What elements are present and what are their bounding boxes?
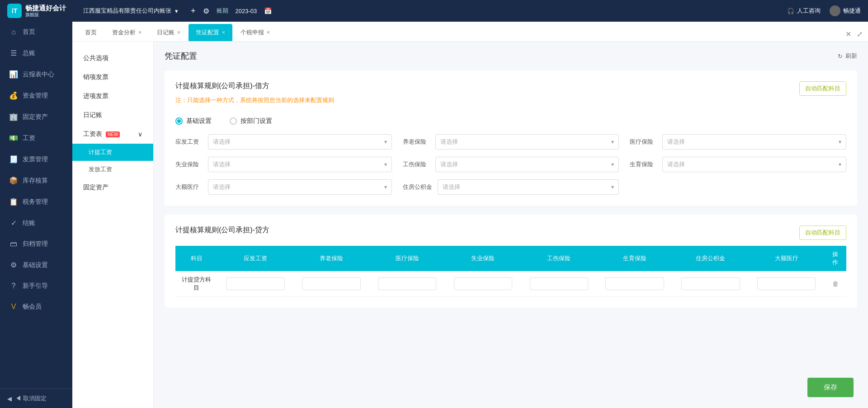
delete-row-button[interactable]: 🗑 <box>832 280 839 287</box>
input-injury[interactable] <box>530 277 588 290</box>
close-tax-tab[interactable]: × <box>267 30 270 35</box>
save-button[interactable]: 保存 <box>807 378 854 397</box>
cancel-fixed-button[interactable]: ◀ ◀ 取消固定 <box>0 389 72 408</box>
sidebar-item-tax[interactable]: 📋 税务管理 <box>0 191 72 212</box>
close-funds-tab[interactable]: × <box>138 30 142 35</box>
tab-home[interactable]: 首页 <box>78 24 104 41</box>
col-medical: 医疗保险 <box>369 246 445 271</box>
cell-medical <box>369 271 445 297</box>
sidebar-item-invoice[interactable]: 🧾 发票管理 <box>0 149 72 170</box>
injury-select[interactable]: 请选择 ▾ <box>435 157 619 172</box>
table-row: 计提贷方科目 🗑 <box>175 271 846 297</box>
settings-icon[interactable]: ⚙ <box>203 7 209 15</box>
left-nav-sales-invoice[interactable]: 销项发票 <box>72 68 153 87</box>
tab-journal[interactable]: 日记账 × <box>150 24 188 41</box>
page-header: 凭证配置 ↻ 刷新 <box>165 51 857 61</box>
wage-select[interactable]: 请选择 ▾ <box>208 134 392 150</box>
sidebar-item-settle[interactable]: ✓ 结账 <box>0 212 72 234</box>
sidebar-item-home[interactable]: ⌂ 首页 <box>0 22 72 42</box>
input-medical[interactable] <box>378 277 436 290</box>
left-nav: 公共选项 销项发票 进项发票 日记账 工资表 NEW ∨ 计提工资 <box>72 42 154 408</box>
left-nav-purchase-invoice[interactable]: 进项发票 <box>72 87 153 106</box>
field-pension: 养老保险 请选择 ▾ <box>403 134 619 150</box>
left-nav-journal[interactable]: 日记账 <box>72 106 153 125</box>
sidebar-item-member[interactable]: V 畅会员 <box>0 296 72 317</box>
company-name: 江西服宝精品有限责任公司内账张 <box>83 7 171 15</box>
injury-label: 工伤保险 <box>403 160 430 169</box>
tab-bar: 首页 资金分析 × 日记账 × 凭证配置 × 个税申报 × ✕ ⤢ <box>72 22 868 42</box>
assets-icon: 🏢 <box>9 113 18 121</box>
maternity-select[interactable]: 请选择 ▾ <box>662 157 846 172</box>
home-icon: ⌂ <box>9 28 18 36</box>
col-housing: 住房公积金 <box>673 246 749 271</box>
radio-basic[interactable]: 基础设置 <box>175 117 212 125</box>
credit-rules-section: 计提核算规则(公司承担)-贷方 自动匹配科目 科目 应发工资 养老保险 医疗保险… <box>165 215 857 308</box>
settle-icon: ✓ <box>9 219 18 227</box>
consultant-button[interactable]: 🎧 人工咨询 <box>787 7 821 15</box>
add-button[interactable]: + <box>191 6 196 16</box>
radio-group: 基础设置 按部门设置 <box>175 117 846 125</box>
field-unemployment: 失业保险 请选择 ▾ <box>175 157 392 172</box>
input-maternity[interactable] <box>605 277 664 290</box>
pension-select[interactable]: 请选择 ▾ <box>435 134 619 150</box>
user-menu[interactable]: 畅捷通 <box>830 5 861 16</box>
cell-injury <box>521 271 597 297</box>
page-title: 凭证配置 <box>165 51 197 61</box>
refresh-button[interactable]: ↻ 刷新 <box>838 52 857 60</box>
cell-unemployment <box>445 271 521 297</box>
input-pension[interactable] <box>302 277 360 290</box>
cell-action: 🗑 <box>824 271 846 297</box>
ledger-icon: ☰ <box>9 49 18 57</box>
sidebar-item-ledger[interactable]: ☰ 总账 <box>0 42 72 64</box>
input-large-medical[interactable] <box>757 277 816 290</box>
sidebar-item-funds[interactable]: 💰 资金管理 <box>0 85 72 106</box>
left-nav-public[interactable]: 公共选项 <box>72 49 153 68</box>
sidebar-item-archive[interactable]: 🗃 归档管理 <box>0 234 72 254</box>
auto-match-credit-button[interactable]: 自动匹配科目 <box>799 225 846 240</box>
radio-dept[interactable]: 按部门设置 <box>230 117 272 125</box>
input-housing[interactable] <box>681 277 740 290</box>
tab-funds[interactable]: 资金分析 × <box>105 24 149 41</box>
housing-fund-dropdown-icon: ▾ <box>611 184 614 190</box>
section2-title: 计提核算规则(公司承担)-贷方 <box>175 225 269 235</box>
col-pension: 养老保险 <box>293 246 369 271</box>
unemployment-select[interactable]: 请选择 ▾ <box>208 157 392 172</box>
left-nav-accrual[interactable]: 计提工资 <box>72 144 153 161</box>
debit-rules-section: 计提核算规则(公司承担)-借方 注：只能选择一种方式，系统将按照您当前的选择来配… <box>165 70 857 206</box>
pension-dropdown-icon: ▾ <box>611 139 614 145</box>
calendar-icon[interactable]: 📅 <box>264 7 272 14</box>
sidebar-item-reports[interactable]: 📊 云报表中心 <box>0 64 72 85</box>
medical-select[interactable]: 请选择 ▾ <box>662 134 846 150</box>
sidebar-item-inventory[interactable]: 📦 库存核算 <box>0 170 72 191</box>
unemployment-label: 失业保险 <box>175 160 203 169</box>
left-nav-fixed-assets[interactable]: 固定资产 <box>72 178 153 197</box>
close-voucher-tab[interactable]: × <box>222 30 225 35</box>
fullscreen-icon[interactable]: ⤢ <box>857 30 863 38</box>
company-selector[interactable]: 江西服宝精品有限责任公司内账张 ▾ <box>80 5 182 17</box>
debit-form-grid: 应发工资 请选择 ▾ 养老保险 请选择 ▾ <box>175 134 846 195</box>
auto-match-debit-button[interactable]: 自动匹配科目 <box>799 81 846 96</box>
tax-icon: 📋 <box>9 197 18 206</box>
input-unemployment[interactable] <box>454 277 512 290</box>
refresh-icon: ↻ <box>838 53 843 60</box>
close-all-tabs-icon[interactable]: ✕ <box>845 30 851 38</box>
left-nav-salary-table[interactable]: 工资表 NEW ∨ <box>72 125 153 144</box>
close-journal-tab[interactable]: × <box>177 30 180 35</box>
input-wage[interactable] <box>226 277 284 290</box>
period-label: 账期 <box>217 7 228 15</box>
sidebar-item-guide[interactable]: ? 新手引导 <box>0 276 72 296</box>
tab-voucher[interactable]: 凭证配置 × <box>189 24 232 41</box>
tab-tax[interactable]: 个税申报 × <box>233 24 277 41</box>
field-injury: 工伤保险 请选择 ▾ <box>403 157 619 172</box>
sidebar-item-assets[interactable]: 🏢 固定资产 <box>0 106 72 127</box>
sidebar-item-salary[interactable]: 💵 工资 <box>0 127 72 149</box>
sidebar: ⌂ 首页 ☰ 总账 📊 云报表中心 💰 资金管理 🏢 固定资产 💵 工资 🧾 发… <box>0 22 72 408</box>
main-panel: 凭证配置 ↻ 刷新 计提核算规则(公司承担)-借方 注：只能选择一种方式，系统将… <box>154 42 868 408</box>
sidebar-item-basic[interactable]: ⚙ 基础设置 <box>0 254 72 276</box>
housing-fund-select[interactable]: 请选择 ▾ <box>438 179 619 195</box>
field-wage: 应发工资 请选择 ▾ <box>175 134 392 150</box>
large-medical-select[interactable]: 请选择 ▾ <box>208 179 392 195</box>
left-nav-pay-salary[interactable]: 发放工资 <box>72 161 153 178</box>
headset-icon: 🎧 <box>787 8 794 14</box>
injury-dropdown-icon: ▾ <box>611 161 614 168</box>
